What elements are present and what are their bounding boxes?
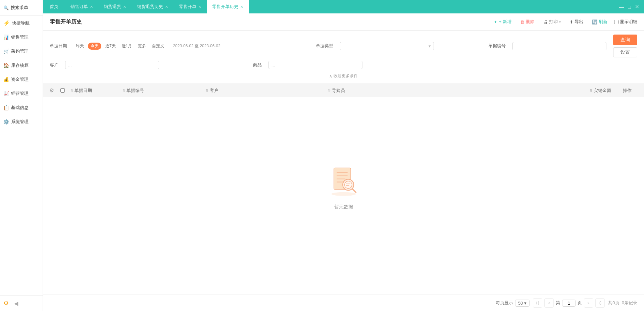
- col-amount-label: 实销金额: [594, 88, 611, 94]
- export-label: 导出: [575, 19, 583, 25]
- client-filter-label: 客户: [50, 62, 58, 68]
- col-sort-icon: ⇅: [590, 89, 592, 92]
- sidebar-search-label: 搜索采单: [11, 5, 28, 11]
- product-select[interactable]: ...: [268, 61, 362, 69]
- tab-retail-open[interactable]: 零售开单 ✕: [174, 0, 207, 13]
- doc-type-select[interactable]: ▾: [340, 42, 434, 50]
- tab-retail-open-history-close[interactable]: ✕: [240, 5, 243, 9]
- select-all-input[interactable]: [60, 88, 65, 93]
- doc-type-dropdown-icon: ▾: [429, 44, 431, 49]
- date-opt-last1m[interactable]: 近1月: [120, 43, 134, 50]
- tab-retail-open-history-label: 零售开单历史: [212, 4, 238, 10]
- print-button[interactable]: 🖨 打印 ▾: [541, 17, 563, 26]
- refresh-button[interactable]: 🔄 刷新: [590, 17, 609, 26]
- minimize-btn[interactable]: —: [619, 4, 624, 10]
- sidebar-search[interactable]: 🔍 搜索采单: [0, 0, 43, 16]
- date-opt-last7[interactable]: 近7天: [103, 43, 118, 50]
- query-button[interactable]: 查询: [613, 35, 637, 45]
- col-header-amount[interactable]: ⇅ 实销金额: [550, 88, 614, 94]
- page-label-after: 页: [578, 300, 582, 306]
- date-opt-today[interactable]: 今天: [88, 43, 101, 50]
- product-value: ...: [271, 62, 275, 67]
- per-page-dropdown-icon: ▾: [524, 301, 527, 306]
- sidebar-item-label: 库存核算: [11, 62, 29, 68]
- col-guide-label: 导购员: [332, 88, 345, 94]
- window-controls: — □ ✕: [619, 4, 644, 10]
- export-icon: ⬆: [569, 19, 573, 24]
- date-opt-more[interactable]: 更多: [136, 43, 148, 50]
- page-first-btn[interactable]: ⟨⟨: [533, 298, 542, 308]
- search-icon: 🔍: [3, 5, 9, 10]
- tab-bar: 首页 销售订单 ✕ 销货退货 ✕ 销货退货历史 ✕ 零售开单 ✕ 零售开单历史 …: [43, 0, 644, 13]
- tab-sales-return-close[interactable]: ✕: [123, 5, 126, 9]
- page-prev-btn[interactable]: ＜: [544, 298, 554, 308]
- table-area: ⚙ ⇅ 单据日期 ⇅ 单据编号 ⇅ 客户 ⇅ 导购员: [43, 84, 644, 295]
- export-button[interactable]: ⬆ 导出: [567, 17, 585, 26]
- tab-sales-order-label: 销售订单: [70, 4, 88, 10]
- query-buttons: 查询 设置: [613, 35, 637, 57]
- sidebar-item-sales-mgmt[interactable]: 📊 销售管理: [0, 30, 43, 44]
- sidebar-item-finance[interactable]: 💰 资金管理: [0, 72, 43, 87]
- page-title: 零售开单历史: [50, 18, 82, 25]
- tab-sales-return-history-label: 销货退货历史: [137, 4, 163, 10]
- sidebar-item-quick-nav[interactable]: ⚡ 快捷导航: [0, 16, 43, 30]
- date-opt-custom[interactable]: 自定义: [150, 43, 166, 50]
- maximize-btn[interactable]: □: [628, 4, 631, 10]
- add-label: + 新增: [499, 19, 511, 25]
- date-opt-yesterday[interactable]: 昨天: [74, 43, 86, 50]
- col-header-client[interactable]: ⇅ 客户: [203, 88, 325, 94]
- tab-home[interactable]: 首页: [43, 0, 65, 13]
- sidebar-item-label: 系统管理: [11, 119, 29, 125]
- show-detail-label: 显示明细: [620, 19, 637, 25]
- sidebar-item-purchase-mgmt[interactable]: 🛒 采购管理: [0, 44, 43, 58]
- per-page-value: 50: [518, 301, 523, 306]
- add-icon: ＋: [493, 19, 498, 25]
- tab-sales-order[interactable]: 销售订单 ✕: [65, 0, 98, 13]
- tab-retail-open-history[interactable]: 零售开单历史 ✕: [207, 0, 249, 13]
- col-sort-icon: ⇅: [328, 89, 331, 92]
- col-header-date[interactable]: ⇅ 单据日期: [68, 88, 120, 94]
- table-settings-btn[interactable]: ⚙: [46, 87, 57, 94]
- page-input[interactable]: [562, 300, 576, 307]
- sidebar-bottom: ⚙ ◀: [0, 295, 43, 311]
- collapse-button[interactable]: ∧ 收起更多条件: [325, 72, 362, 80]
- settings-button[interactable]: 设置: [613, 47, 637, 57]
- collapse-row: ∧ 收起更多条件: [50, 72, 637, 80]
- close-btn[interactable]: ✕: [635, 4, 639, 10]
- show-detail-checkbox[interactable]: [614, 20, 618, 24]
- settings-icon[interactable]: ⚙: [3, 300, 9, 307]
- finance-icon: 💰: [3, 77, 9, 82]
- col-header-num[interactable]: ⇅ 单据编号: [120, 88, 203, 94]
- client-select[interactable]: ...: [65, 61, 159, 69]
- tab-sales-order-close[interactable]: ✕: [90, 5, 93, 9]
- page-last-btn[interactable]: ⟩⟩: [595, 298, 605, 308]
- empty-text: 暂无数据: [334, 204, 353, 210]
- delete-button[interactable]: 🗑 删除: [518, 17, 537, 26]
- sidebar-item-label: 基础信息: [11, 105, 29, 111]
- doc-num-input[interactable]: [512, 42, 606, 50]
- tab-sales-return-history-close[interactable]: ✕: [165, 5, 168, 9]
- table-select-all-checkbox[interactable]: [57, 88, 68, 93]
- tab-retail-open-close[interactable]: ✕: [198, 5, 201, 9]
- sidebar-item-inventory[interactable]: 🏠 库存核算: [0, 58, 43, 72]
- col-header-guide[interactable]: ⇅ 导购员: [325, 88, 389, 94]
- page-size-dropdown[interactable]: 50 ▾: [515, 300, 530, 307]
- sidebar-item-basic-info[interactable]: 📋 基础信息: [0, 101, 43, 115]
- tab-sales-return-history[interactable]: 销货退货历史 ✕: [132, 0, 174, 13]
- show-detail-check[interactable]: 显示明细: [614, 19, 637, 25]
- tab-sales-return-label: 销货退货: [104, 4, 121, 10]
- page-next-btn[interactable]: ＞: [584, 298, 593, 308]
- inventory-icon: 🏠: [3, 63, 9, 68]
- refresh-icon: 🔄: [592, 19, 597, 24]
- content-area: 零售开单历史 ＋ + 新增 🗑 删除 🖨 打印 ▾ ⬆ 导出: [43, 13, 644, 311]
- date-options: 昨天 今天 近7天 近1月 更多 自定义: [74, 43, 166, 50]
- main-area: 首页 销售订单 ✕ 销货退货 ✕ 销货退货历史 ✕ 零售开单 ✕ 零售开单历史 …: [43, 0, 644, 311]
- collapse-icon[interactable]: ◀: [14, 300, 18, 307]
- add-button[interactable]: ＋ + 新增: [491, 17, 513, 26]
- col-date-label: 单据日期: [75, 88, 92, 94]
- sidebar-item-operations[interactable]: 📈 经营管理: [0, 87, 43, 101]
- sidebar-item-system-mgmt[interactable]: ⚙️ 系统管理: [0, 115, 43, 129]
- tab-sales-return[interactable]: 销货退货 ✕: [98, 0, 132, 13]
- sales-mgmt-icon: 📊: [3, 35, 9, 40]
- delete-label: 删除: [526, 19, 535, 25]
